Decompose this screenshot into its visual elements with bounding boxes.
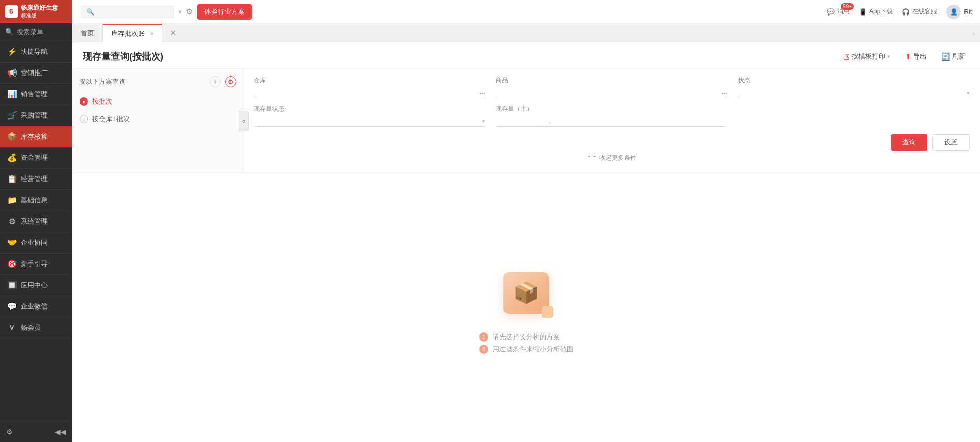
messages-btn[interactable]: 💬 消息 99+	[827, 7, 850, 16]
app-center-icon: 🔲	[7, 281, 17, 290]
page-title: 现存量查询(按批次)	[83, 50, 164, 63]
empty-hint-1: 1 请先选择要分析的方案	[479, 332, 573, 342]
settings-icon[interactable]: ⚙	[4, 425, 15, 438]
warehouse-input[interactable]	[254, 89, 477, 97]
inventory-icon: 📦	[7, 132, 17, 141]
sidebar-item-enterprise-wechat[interactable]: 💬 企业微信	[0, 296, 72, 317]
enterprise-wechat-icon: 💬	[7, 302, 17, 311]
app-download-btn[interactable]: 📱 App下载	[859, 7, 893, 16]
print-btn[interactable]: 🖨 按模板打印 ▾	[838, 50, 895, 63]
inventory-amount-to[interactable]	[554, 117, 596, 125]
quick-nav-icon: ⚡	[7, 47, 17, 56]
sidebar-item-label: 资金管理	[21, 153, 48, 163]
sidebar-item-system[interactable]: ⚙ 系统管理	[0, 211, 72, 232]
sidebar-item-label: 销售管理	[21, 90, 48, 99]
sidebar-item-inventory[interactable]: 📦 库存核算	[0, 126, 72, 148]
sidebar: 6 畅康通好生意 标准版 🔍 搜索菜单 ⚡ 快捷导航 📢 营销推广 📊 销售管理…	[0, 0, 72, 442]
sales-icon: 📊	[7, 90, 17, 99]
tabbar-scroll-right[interactable]: ›	[967, 29, 980, 37]
message-icon: 💬	[827, 8, 835, 16]
collapse-up-icon: ⌃⌃	[587, 155, 597, 162]
panel-title-text: 按以下方案查询	[79, 77, 126, 86]
goods-input[interactable]	[496, 89, 719, 97]
filter-item-goods: 商品 •••	[496, 76, 727, 98]
topbar-right: 💬 消息 99+ 📱 App下载 🎧 在线客服 👤 Rit	[827, 5, 972, 19]
sidebar-item-membership[interactable]: V 畅会员	[0, 317, 72, 338]
hint-text-1: 请先选择要分析的方案	[493, 332, 560, 342]
sidebar-item-quick-nav[interactable]: ⚡ 快捷导航	[0, 41, 72, 63]
status-select[interactable]	[738, 89, 967, 97]
sidebar-item-label: 新手引导	[21, 259, 48, 269]
inventory-amount-from[interactable]	[496, 117, 537, 125]
goods-dots-icon[interactable]: •••	[721, 90, 727, 96]
sidebar-item-finance[interactable]: 💰 资金管理	[0, 148, 72, 169]
plan-label-by-warehouse-batch: 按仓库+批次	[92, 114, 130, 124]
collapse-label: 收起更多条件	[599, 154, 636, 163]
print-icon: 🖨	[842, 52, 850, 61]
filter-item-status: 状态 ▾	[738, 76, 970, 98]
export-btn[interactable]: ⬆ 导出	[901, 50, 931, 63]
sidebar-search-label: 搜索菜单	[17, 27, 43, 37]
sidebar-item-new-guide[interactable]: 🎯 新手引导	[0, 254, 72, 275]
phone-icon: 📱	[859, 8, 867, 16]
inventory-status-select[interactable]	[254, 117, 482, 125]
filter-item-inventory-status: 现存量状态 ▾	[254, 105, 485, 127]
hint-num-2: 2	[479, 345, 488, 354]
empty-box-emoji: 📦	[513, 281, 539, 305]
plan-item-by-batch[interactable]: ● 按批次	[72, 93, 243, 110]
sidebar-item-enterprise-collab[interactable]: 🤝 企业协同	[0, 232, 72, 254]
sidebar-item-sales[interactable]: 📊 销售管理	[0, 84, 72, 105]
trial-btn[interactable]: 体验行业方案	[197, 4, 252, 20]
collapse-more-btn[interactable]: ⌃⌃ 收起更多条件	[254, 151, 970, 166]
status-select-wrap: ▾	[738, 88, 970, 98]
refresh-btn[interactable]: 🔄 刷新	[937, 50, 970, 63]
sidebar-footer: ⚙ ◀◀	[0, 421, 72, 442]
tab-home-label: 首页	[81, 28, 94, 38]
warehouse-dots-icon[interactable]: •••	[479, 90, 485, 96]
app-name: 畅康通好生意	[21, 4, 58, 12]
sidebar-item-app-center[interactable]: 🔲 应用中心	[0, 275, 72, 296]
membership-icon: V	[7, 323, 17, 331]
sidebar-item-label: 采购管理	[21, 111, 48, 120]
filter-settings-btn[interactable]: 设置	[932, 134, 970, 151]
empty-icon-box: 📦	[503, 272, 549, 314]
topbar-search-box[interactable]: 🔍	[81, 6, 174, 18]
app-edition: 标准版	[21, 12, 58, 19]
online-service-btn[interactable]: 🎧 在线客服	[902, 7, 937, 16]
collapse-sidebar-icon[interactable]: ◀◀	[53, 425, 68, 438]
refresh-icon: 🔄	[941, 52, 950, 61]
add-plan-btn[interactable]: +	[210, 76, 221, 87]
empty-icon-decoration	[542, 306, 553, 318]
panel-close-btn[interactable]: ✕	[162, 28, 184, 38]
sidebar-search[interactable]: 🔍 搜索菜单	[0, 23, 72, 41]
empty-state: 📦 1 请先选择要分析的方案 2 用过滤条件来缩小分析范围	[72, 173, 980, 442]
sidebar-item-operation[interactable]: 📋 经营管理	[0, 169, 72, 190]
user-info[interactable]: 👤 Rit	[946, 5, 972, 19]
goods-input-wrap: •••	[496, 88, 727, 98]
left-panel: 按以下方案查询 + ⚙ ● 按批次 ○ 按仓库+批次 «	[72, 69, 243, 173]
warehouse-label: 仓库	[254, 76, 485, 85]
tab-home[interactable]: 首页	[72, 24, 103, 42]
topbar-gear-icon[interactable]: ⚙	[186, 7, 193, 17]
settings-plan-btn[interactable]: ⚙	[225, 76, 236, 87]
sidebar-item-basic-info[interactable]: 📁 基础信息	[0, 190, 72, 211]
tab-close-icon[interactable]: ×	[150, 30, 154, 37]
purchase-icon: 🛒	[7, 111, 17, 120]
dropdown-arrow-icon[interactable]: ▾	[178, 8, 182, 16]
sidebar-item-marketing[interactable]: 📢 营销推广	[0, 63, 72, 84]
app-logo: 6	[5, 5, 18, 18]
query-btn[interactable]: 查询	[891, 134, 927, 151]
empty-hints: 1 请先选择要分析的方案 2 用过滤条件来缩小分析范围	[479, 332, 573, 354]
inventory-amount-label: 现存量（主）	[496, 105, 727, 113]
sidebar-item-label: 基础信息	[21, 196, 48, 205]
plan-dot-outline: ○	[80, 115, 88, 123]
tab-inventory-batch[interactable]: 库存批次账 ×	[103, 24, 162, 42]
left-panel-collapse-btn[interactable]: «	[239, 111, 249, 131]
sidebar-item-label: 营销推广	[21, 68, 48, 78]
plan-item-by-warehouse-batch[interactable]: ○ 按仓库+批次	[72, 110, 243, 128]
sidebar-item-purchase[interactable]: 🛒 采购管理	[0, 105, 72, 126]
panel-title: 按以下方案查询 + ⚙	[72, 76, 243, 93]
export-label: 导出	[913, 52, 927, 61]
empty-hint-2: 2 用过滤条件来缩小分析范围	[479, 345, 573, 354]
hint-text-2: 用过滤条件来缩小分析范围	[493, 345, 573, 354]
